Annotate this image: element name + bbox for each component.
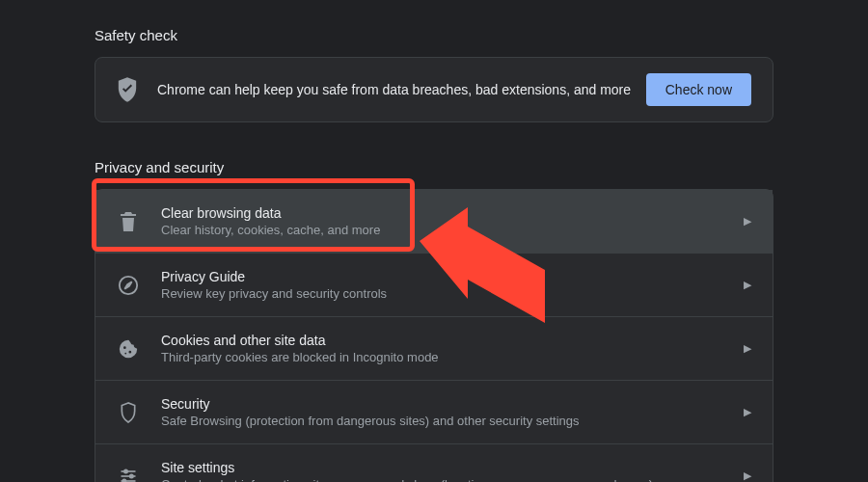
row-title: Clear browsing data bbox=[161, 205, 734, 221]
row-cookies[interactable]: Cookies and other site data Third-party … bbox=[95, 317, 773, 381]
sliders-icon bbox=[117, 465, 140, 483]
safety-check-message: Chrome can help keep you safe from data … bbox=[157, 82, 646, 97]
safety-check-heading: Safety check bbox=[95, 27, 773, 43]
row-desc: Safe Browsing (protection from dangerous… bbox=[161, 414, 734, 428]
chevron-right-icon: ▶ bbox=[744, 215, 751, 228]
check-now-button[interactable]: Check now bbox=[646, 73, 751, 106]
svg-marker-1 bbox=[124, 281, 131, 288]
shield-outline-icon bbox=[117, 401, 140, 424]
row-security[interactable]: Security Safe Browsing (protection from … bbox=[95, 381, 773, 444]
privacy-security-list: Clear browsing data Clear history, cooki… bbox=[95, 189, 773, 482]
svg-point-5 bbox=[130, 474, 133, 477]
shield-icon bbox=[117, 77, 138, 102]
row-site-settings[interactable]: Site settings Controls what information … bbox=[95, 444, 773, 482]
privacy-security-heading: Privacy and security bbox=[95, 159, 773, 175]
chevron-right-icon: ▶ bbox=[744, 279, 751, 291]
chevron-right-icon: ▶ bbox=[744, 342, 751, 355]
row-title: Cookies and other site data bbox=[161, 333, 734, 348]
row-desc: Third-party cookies are blocked in Incog… bbox=[161, 350, 734, 364]
row-title: Security bbox=[161, 396, 734, 412]
safety-check-card: Chrome can help keep you safe from data … bbox=[95, 57, 773, 122]
row-desc: Review key privacy and security controls bbox=[161, 286, 734, 301]
row-title: Privacy Guide bbox=[161, 269, 734, 284]
chevron-right-icon: ▶ bbox=[744, 406, 751, 418]
row-desc: Clear history, cookies, cache, and more bbox=[161, 223, 734, 237]
svg-point-3 bbox=[124, 469, 127, 472]
row-privacy-guide[interactable]: Privacy Guide Review key privacy and sec… bbox=[95, 254, 773, 317]
chevron-right-icon: ▶ bbox=[744, 469, 751, 482]
row-desc: Controls what information sites can use … bbox=[161, 477, 734, 482]
row-title: Site settings bbox=[161, 460, 734, 475]
cookie-icon bbox=[117, 337, 140, 361]
compass-icon bbox=[117, 274, 140, 297]
row-clear-browsing-data[interactable]: Clear browsing data Clear history, cooki… bbox=[95, 190, 773, 254]
trash-icon bbox=[117, 210, 140, 233]
